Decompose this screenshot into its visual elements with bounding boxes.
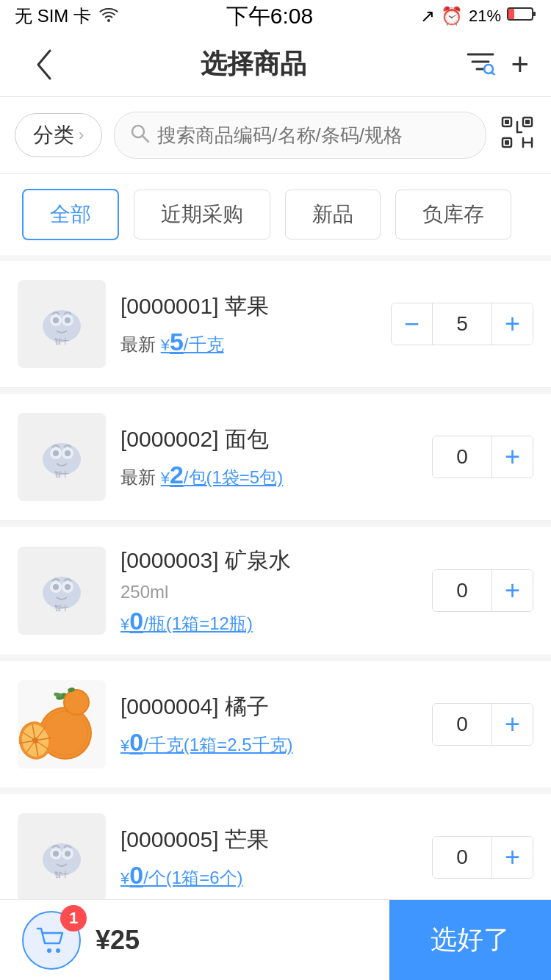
svg-line-9 — [143, 136, 148, 142]
tab-negative-label: 负库存 — [422, 203, 484, 226]
product-info: [0000002] 面包 最新 ¥2/包(1袋=5包) — [120, 425, 417, 489]
svg-text:智十: 智十 — [54, 871, 69, 879]
product-item: 智十 [0000001] 苹果 最新 ¥5/千克 − 5 + — [0, 261, 551, 388]
location-icon: ↗ — [420, 6, 435, 26]
svg-point-31 — [65, 450, 71, 456]
category-button[interactable]: 分类 › — [15, 113, 102, 157]
product-info: [0000004] 橘子 ¥0/千克(1箱=2.5千克) — [120, 692, 417, 757]
product-spec: 250ml — [120, 582, 417, 602]
plus-button[interactable]: + — [491, 436, 533, 478]
product-controls: − 5 + — [391, 303, 533, 345]
bottom-bar: 1 ¥25 选好了 — [0, 899, 551, 980]
product-controls: 0 + — [432, 569, 533, 612]
product-image — [18, 680, 106, 768]
svg-rect-15 — [505, 140, 509, 145]
product-name: [0000001] 苹果 — [120, 292, 376, 322]
tab-new-label: 新品 — [312, 203, 353, 226]
tab-recent[interactable]: 近期采购 — [134, 190, 270, 239]
search-input-wrap[interactable] — [114, 112, 486, 159]
product-image: 智十 — [18, 547, 106, 635]
svg-rect-2 — [508, 9, 514, 19]
product-name: [0000003] 矿泉水 — [120, 546, 417, 576]
quantity-stepper: 0 + — [432, 569, 533, 612]
quantity-stepper: 0 + — [432, 436, 533, 478]
product-info: [0000003] 矿泉水 250ml ¥0/瓶(1箱=12瓶) — [120, 546, 417, 635]
product-item: 智十 [0000002] 面包 最新 ¥2/包(1袋=5包) 0 + — [0, 394, 551, 521]
svg-point-71 — [56, 948, 60, 953]
quantity-value: 5 — [433, 303, 491, 345]
product-price: ¥0/个(1箱=6个) — [120, 861, 417, 890]
svg-point-37 — [65, 584, 71, 590]
quantity-stepper: − 5 + — [391, 303, 533, 345]
svg-point-70 — [47, 948, 51, 953]
carrier-text: 无 SIM 卡 — [15, 4, 91, 28]
product-price: 最新 ¥5/千克 — [120, 328, 376, 356]
svg-point-36 — [53, 584, 59, 590]
filter-icon[interactable] — [465, 48, 496, 81]
svg-point-59 — [65, 851, 71, 857]
quantity-value: 0 — [433, 570, 491, 611]
quantity-value: 0 — [433, 436, 491, 478]
product-controls: 0 + — [432, 703, 533, 746]
cart-section: 1 ¥25 — [0, 911, 389, 970]
battery-icon — [507, 6, 536, 26]
product-price: ¥0/千克(1箱=2.5千克) — [120, 728, 417, 757]
scan-icon[interactable] — [498, 113, 536, 158]
product-item: [0000004] 橘子 ¥0/千克(1箱=2.5千克) 0 + — [0, 661, 551, 788]
product-name: [0000005] 芒果 — [120, 825, 417, 855]
quantity-value: 0 — [433, 837, 491, 878]
quantity-stepper: 0 + — [432, 836, 533, 879]
tab-recent-label: 近期采购 — [161, 203, 243, 226]
plus-button[interactable]: + — [491, 303, 533, 345]
tab-negative[interactable]: 负库存 — [395, 190, 511, 239]
status-right: ↗ ⏰ 21% — [420, 6, 536, 26]
product-name: [0000002] 面包 — [120, 425, 417, 455]
back-button[interactable] — [22, 43, 66, 87]
svg-rect-14 — [525, 120, 530, 124]
plus-button[interactable]: + — [491, 570, 533, 611]
plus-button[interactable]: + — [491, 704, 533, 745]
add-icon[interactable]: + — [511, 47, 529, 82]
status-carrier: 无 SIM 卡 — [15, 4, 119, 28]
quantity-stepper: 0 + — [432, 703, 533, 746]
category-label: 分类 — [33, 121, 74, 149]
cart-total: ¥25 — [96, 925, 140, 956]
svg-text:智十: 智十 — [54, 337, 69, 345]
product-info: [0000005] 芒果 ¥0/个(1箱=6个) — [120, 825, 417, 890]
status-time: 下午6:08 — [226, 1, 313, 32]
svg-rect-1 — [533, 12, 536, 16]
wifi-icon — [98, 6, 119, 26]
page-title: 选择商品 — [66, 46, 441, 82]
product-name: [0000004] 橘子 — [120, 692, 417, 722]
svg-text:智十: 智十 — [54, 470, 69, 478]
search-icon — [129, 123, 150, 148]
chevron-right-icon: › — [79, 126, 84, 145]
product-image: 智十 — [18, 413, 106, 501]
product-list: 智十 [0000001] 苹果 最新 ¥5/千克 − 5 + — [0, 261, 551, 980]
product-controls: 0 + — [432, 436, 533, 478]
search-input[interactable] — [157, 124, 471, 147]
search-row: 分类 › — [0, 97, 551, 174]
svg-point-53 — [65, 691, 88, 714]
product-price: ¥0/瓶(1箱=12瓶) — [120, 607, 417, 635]
status-bar: 无 SIM 卡 下午6:08 ↗ ⏰ 21% — [0, 0, 551, 32]
nav-actions: + — [441, 47, 529, 82]
product-info: [0000001] 苹果 最新 ¥5/千克 — [120, 292, 376, 356]
cart-icon-wrap[interactable]: 1 — [22, 911, 81, 970]
tab-all[interactable]: 全部 — [22, 189, 119, 240]
product-image: 智十 — [18, 813, 106, 901]
svg-point-24 — [53, 317, 59, 323]
tab-new[interactable]: 新品 — [285, 190, 381, 239]
plus-button[interactable]: + — [491, 837, 533, 878]
product-controls: 0 + — [432, 836, 533, 879]
minus-button[interactable]: − — [392, 303, 433, 345]
svg-point-25 — [65, 317, 71, 323]
confirm-label: 选好了 — [431, 922, 510, 958]
product-item: 智十 [0000003] 矿泉水 250ml ¥0/瓶(1箱=12瓶) 0 + — [0, 527, 551, 655]
svg-line-7 — [491, 72, 494, 75]
nav-bar: 选择商品 + — [0, 32, 551, 97]
tab-all-label: 全部 — [50, 203, 91, 226]
cart-badge: 1 — [60, 905, 87, 932]
confirm-button[interactable]: 选好了 — [389, 900, 551, 981]
tab-row: 全部 近期采购 新品 负库存 — [0, 174, 551, 261]
